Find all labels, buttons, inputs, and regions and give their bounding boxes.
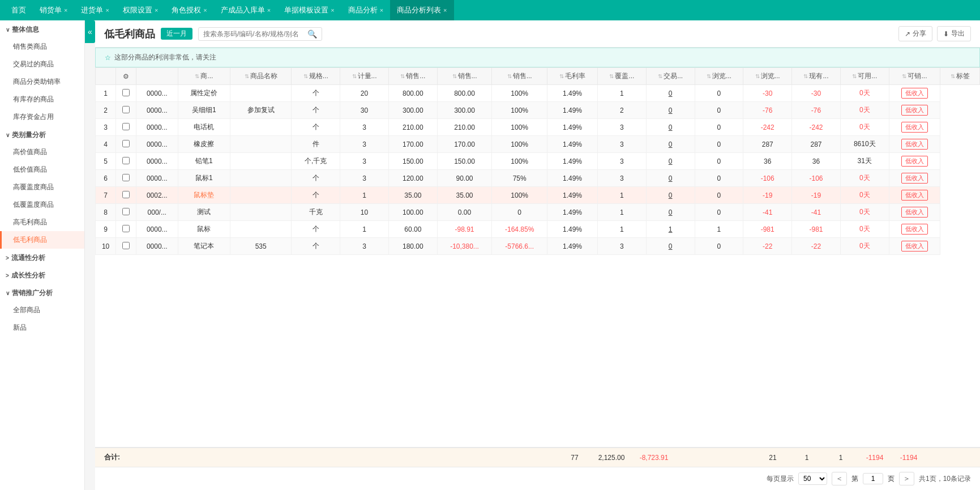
nav-close-角色授权[interactable]: × xyxy=(203,7,207,14)
sidebar-section-营销推广分析[interactable]: ∨营销推广分析 xyxy=(0,284,84,301)
next-page-button[interactable]: ＞ xyxy=(899,472,914,485)
nav-close-产成品入库单[interactable]: × xyxy=(267,7,271,14)
sidebar-section-整体信息[interactable]: ∨整体信息 xyxy=(0,20,84,38)
row-current-stock: 36 xyxy=(743,153,792,170)
row-view1[interactable]: 0 xyxy=(646,85,695,102)
nav-item-商品分析列表[interactable]: 商品分析列表× xyxy=(390,0,453,20)
row-cover-rate: 1.49% xyxy=(547,221,598,238)
row-checkbox[interactable] xyxy=(122,174,130,181)
page-size-select[interactable]: 102050100 xyxy=(798,472,827,485)
nav-item-角色授权[interactable]: 角色授权× xyxy=(165,0,213,20)
sort-icon-unit[interactable]: ⇅ xyxy=(352,73,357,79)
col-header-tag: ⇅ 标签 xyxy=(940,68,980,85)
sidebar-item-高价值商品[interactable]: 高价值商品 xyxy=(0,143,84,161)
footer-trade-count: 21 xyxy=(756,454,790,462)
row-view1[interactable]: 0 xyxy=(646,204,695,221)
row-code: 0000... xyxy=(136,238,178,255)
row-view1[interactable]: 0 xyxy=(646,170,695,187)
row-view2: 0 xyxy=(695,85,743,102)
nav-close-销货单[interactable]: × xyxy=(64,7,67,14)
nav-item-销货单[interactable]: 销货单× xyxy=(33,0,74,20)
row-view1[interactable]: 0 xyxy=(646,187,695,204)
sort-icon-sales_qty[interactable]: ⇅ xyxy=(400,73,405,79)
sidebar-item-低覆盖度商品[interactable]: 低覆盖度商品 xyxy=(0,196,84,214)
nav-close-进货单[interactable]: × xyxy=(105,7,109,14)
row-view1[interactable]: 0 xyxy=(646,102,695,119)
sidebar-item-商品分类助销率[interactable]: 商品分类助销率 xyxy=(0,73,84,91)
row-view1[interactable]: 0 xyxy=(646,153,695,170)
sidebar-item-销售类商品[interactable]: 销售类商品 xyxy=(0,38,84,56)
nav-close-商品分析列表[interactable]: × xyxy=(443,7,447,14)
sort-icon-sellable[interactable]: ⇅ xyxy=(902,73,906,79)
nav-item-商品分析[interactable]: 商品分析× xyxy=(341,0,390,20)
sidebar-item-低价值商品[interactable]: 低价值商品 xyxy=(0,161,84,178)
row-view2: 0 xyxy=(695,136,743,153)
export-button[interactable]: ⬇ 导出 xyxy=(937,26,971,41)
sort-icon-gross_rate[interactable]: ⇅ xyxy=(559,73,564,79)
row-sales-profit: 210.00 xyxy=(437,119,492,136)
row-sales-qty: 3 xyxy=(340,136,389,153)
sidebar-item-全部商品[interactable]: 全部商品 xyxy=(0,301,84,319)
nav-close-商品分析[interactable]: × xyxy=(380,7,383,14)
sidebar-collapse-button[interactable]: « xyxy=(85,20,95,43)
sidebar-item-有库存的商品[interactable]: 有库存的商品 xyxy=(0,91,84,108)
row-unit: 个 xyxy=(292,238,340,255)
sidebar-section-类别量分析[interactable]: ∨类别量分析 xyxy=(0,126,84,143)
alert-icon: ☆ xyxy=(105,54,111,62)
row-checkbox[interactable] xyxy=(122,157,130,164)
sidebar-section-流通性分析[interactable]: >流通性分析 xyxy=(0,249,84,266)
sidebar-section-成长性分析[interactable]: >成长性分析 xyxy=(0,266,84,284)
nav-item-单据模板设置[interactable]: 单据模板设置× xyxy=(277,0,341,20)
row-checkbox[interactable] xyxy=(122,106,130,113)
sort-icon-name[interactable]: ⇅ xyxy=(245,73,249,79)
col-header-checkbox[interactable] xyxy=(136,68,178,85)
sort-icon-current_stock[interactable]: ⇅ xyxy=(803,73,808,79)
nav-close-权限设置[interactable]: × xyxy=(155,7,158,14)
row-checkbox[interactable] xyxy=(122,89,130,96)
sidebar-item-交易过的商品[interactable]: 交易过的商品 xyxy=(0,56,84,73)
sidebar-item-高覆盖度商品[interactable]: 高覆盖度商品 xyxy=(0,178,84,196)
nav-item-权限设置[interactable]: 权限设置× xyxy=(116,0,165,20)
row-checkbox[interactable] xyxy=(122,242,130,249)
nav-item-进货单[interactable]: 进货单× xyxy=(74,0,115,20)
nav-item-首页[interactable]: 首页 xyxy=(5,0,33,20)
sort-icon-trade_count[interactable]: ⇅ xyxy=(658,73,662,79)
prev-page-button[interactable]: ＜ xyxy=(832,472,847,485)
row-available: -22 xyxy=(792,238,841,255)
page-input[interactable] xyxy=(863,473,883,484)
row-view1[interactable]: 0 xyxy=(646,119,695,136)
row-view2: 0 xyxy=(695,238,743,255)
row-name: 铅笔1 xyxy=(178,153,230,170)
sidebar-item-新品[interactable]: 新品 xyxy=(0,319,84,336)
row-view1[interactable]: 1 xyxy=(646,221,695,238)
sort-icon-view2[interactable]: ⇅ xyxy=(755,73,760,79)
sort-icon-view1[interactable]: ⇅ xyxy=(707,73,711,79)
sort-icon-code[interactable]: ⇅ xyxy=(195,73,199,79)
sidebar-item-高毛利商品[interactable]: 高毛利商品 xyxy=(0,214,84,231)
table-row: 20000...吴细细1参加复试个30300.00300.00100%1.49%… xyxy=(96,102,980,119)
sort-icon-available[interactable]: ⇅ xyxy=(852,73,857,79)
sort-icon-sales_price[interactable]: ⇅ xyxy=(452,73,457,79)
sort-icon-sales_profit[interactable]: ⇅ xyxy=(507,73,512,79)
col-header-settings[interactable]: ⚙ xyxy=(116,68,136,85)
row-checkbox[interactable] xyxy=(122,225,130,232)
share-button[interactable]: ↗ 分享 xyxy=(898,26,932,41)
search-icon[interactable]: 🔍 xyxy=(307,29,317,39)
row-view1[interactable]: 0 xyxy=(646,136,695,153)
row-checkbox[interactable] xyxy=(122,123,130,130)
sort-icon-tag[interactable]: ⇅ xyxy=(951,73,955,79)
sort-icon-spec[interactable]: ⇅ xyxy=(303,73,308,79)
sidebar-item-低毛利商品[interactable]: 低毛利商品 xyxy=(0,231,84,249)
row-checkbox[interactable] xyxy=(122,191,130,198)
row-view1[interactable]: 0 xyxy=(646,238,695,255)
date-tag[interactable]: 近一月 xyxy=(161,28,192,40)
sort-icon-cover_rate[interactable]: ⇅ xyxy=(609,73,614,79)
row-gross-rate: -5766.6... xyxy=(492,238,547,255)
sidebar-item-库存资金占用[interactable]: 库存资金占用 xyxy=(0,108,84,126)
row-checkbox[interactable] xyxy=(122,208,130,215)
search-input[interactable] xyxy=(203,30,305,38)
row-checkbox[interactable] xyxy=(122,140,130,147)
tag-badge: 低收入 xyxy=(901,122,928,133)
nav-close-单据模板设置[interactable]: × xyxy=(331,7,334,14)
nav-item-产成品入库单[interactable]: 产成品入库单× xyxy=(214,0,277,20)
